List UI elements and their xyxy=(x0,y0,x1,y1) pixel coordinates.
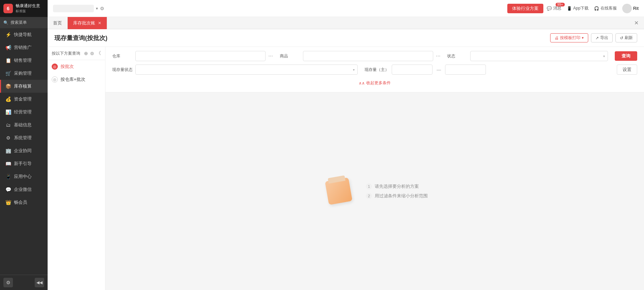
sidebar-item-system[interactable]: ⚙ 系统管理 xyxy=(0,131,48,144)
tab-panel-close-button[interactable]: ✕ xyxy=(629,20,644,26)
topbar-search-input[interactable] xyxy=(53,5,94,12)
sidebar-item-inventory[interactable]: 📦 库存核算 xyxy=(0,80,48,93)
settings-button[interactable]: 设置 xyxy=(617,65,637,75)
filter-add-icon[interactable]: ⊕ xyxy=(84,51,88,56)
sidebar-item-operations[interactable]: 📊 经营管理 xyxy=(0,106,48,119)
user-menu[interactable]: Rit xyxy=(622,4,639,13)
search-row-2: 现存量状态 ▾ 现存量（主） — xyxy=(112,65,637,75)
sidebar-item-basics[interactable]: 🗂 基础信息 xyxy=(0,119,48,131)
wechat-icon: 💬 xyxy=(5,186,11,193)
sidebar-item-member[interactable]: 👑 畅会员 xyxy=(0,196,48,209)
app-info: 畅康通好生意 标准版 xyxy=(16,3,40,14)
filter-settings-icon[interactable]: ⊚ xyxy=(90,51,94,56)
warehouse-input[interactable] xyxy=(135,51,266,61)
app-title: 畅康通好生意 xyxy=(16,3,40,9)
newbie-icon: 📖 xyxy=(5,161,11,167)
system-icon: ⚙ xyxy=(5,135,11,141)
tab-home[interactable]: 首页 xyxy=(48,17,68,29)
filter-item-by-warehouse-batch[interactable]: ◎ 按仓库+批次 xyxy=(48,73,105,86)
warehouse-label: 仓库 xyxy=(112,53,133,59)
messages-badge: 99+ xyxy=(556,3,565,6)
app-download-icon: 📱 xyxy=(567,6,572,11)
sidebar-item-newbie[interactable]: 📖 新手引导 xyxy=(0,157,48,170)
tab-home-label: 首页 xyxy=(53,20,62,26)
page-content: 现存量查询(按批次) 🖨 按模板打印 ▾ ↗ 导出 ↺ 刷新 xyxy=(48,29,644,290)
sidebar-footer: ⚙ ◀◀ xyxy=(0,275,48,290)
print-dropdown-icon[interactable]: ▾ xyxy=(582,36,584,40)
user-avatar xyxy=(622,4,632,13)
sidebar-header: 6 畅康通好生意 标准版 xyxy=(0,0,48,17)
app-download-button[interactable]: 📱 App下载 xyxy=(567,5,589,11)
inventory-status-select[interactable]: ▾ xyxy=(135,65,358,75)
settings-gear-button[interactable]: ⚙ xyxy=(3,278,13,287)
topbar-breadcrumb: ▾ ⚙ xyxy=(53,5,504,12)
sidebar-item-label: 应用中心 xyxy=(14,174,32,180)
topbar-dropdown-arrow[interactable]: ▾ xyxy=(96,6,98,11)
sidebar-item-label: 营销推广 xyxy=(14,44,32,51)
status-select[interactable]: ▾ xyxy=(470,51,608,61)
chevron-up-icon: ∧∧ xyxy=(359,81,365,86)
search-panel: 仓库 ··· 商品 ··· 状态 xyxy=(105,47,644,290)
sidebar-item-shortcuts[interactable]: ⚡ 快捷导航 xyxy=(0,28,48,41)
sidebar-item-label: 企业协同 xyxy=(14,148,32,154)
warehouse-field: 仓库 ··· xyxy=(112,51,273,61)
range-dash: — xyxy=(437,67,441,72)
empty-box-icon xyxy=(325,177,352,205)
sidebar-search-label: 搜索菜单 xyxy=(11,20,27,25)
inventory-status-label: 现存量状态 xyxy=(112,67,133,73)
page-title: 现存量查询(按批次) xyxy=(54,34,107,42)
sidebar-item-label: 采购管理 xyxy=(14,70,32,76)
sidebar-item-label: 新手引导 xyxy=(14,161,32,167)
sidebar-item-finance[interactable]: 💰 资金管理 xyxy=(0,93,48,106)
purchase-icon: 🛒 xyxy=(5,70,11,76)
collapse-label: 收起更多条件 xyxy=(366,80,391,86)
query-button[interactable]: 查询 xyxy=(615,51,637,61)
sidebar-item-sales[interactable]: 📋 销售管理 xyxy=(0,54,48,67)
content-body: 按以下方案查询 ⊕ ⊚ 《 ◎ 按批次 ◎ 按仓库+批次 xyxy=(48,47,644,290)
empty-hint-1-text: 请先选择要分析的方案 xyxy=(375,183,419,189)
sidebar-item-label: 畅会员 xyxy=(14,199,27,205)
refresh-button[interactable]: ↺ 刷新 xyxy=(615,33,637,42)
refresh-icon: ↺ xyxy=(620,36,623,40)
sidebar-item-enterprise[interactable]: 🏢 企业协同 xyxy=(0,144,48,157)
print-button[interactable]: 🖨 按模板打印 ▾ xyxy=(550,33,588,42)
collapse-sidebar-button[interactable]: ◀◀ xyxy=(35,278,44,287)
sidebar-item-label: 快捷导航 xyxy=(14,32,32,38)
filter-item-by-batch[interactable]: ◎ 按批次 xyxy=(48,60,105,73)
messages-button[interactable]: 💬 消息 99+ xyxy=(547,5,561,11)
status-select-arrow: ▾ xyxy=(603,54,605,58)
tab-batch-account[interactable]: 库存批次账 ✕ xyxy=(68,17,107,29)
app-logo: 6 xyxy=(3,4,13,13)
shortcuts-icon: ⚡ xyxy=(5,32,11,38)
filter-title: 按以下方案查询 xyxy=(52,51,80,56)
sidebar-nav: ⚡ 快捷导航 📢 营销推广 📋 销售管理 🛒 采购管理 📦 库存核算 💰 资金管… xyxy=(0,28,48,275)
online-service-button[interactable]: 🎧 在线客服 xyxy=(594,5,617,11)
sidebar-search[interactable]: 🔍 搜索菜单 xyxy=(0,17,48,28)
goods-picker-icon[interactable]: ··· xyxy=(436,53,440,59)
filter-collapse-icon[interactable]: 《 xyxy=(96,50,101,56)
inventory-qty-from[interactable] xyxy=(392,65,433,75)
app-subtitle: 标准版 xyxy=(16,9,40,14)
sidebar-item-apps[interactable]: 📱 应用中心 xyxy=(0,170,48,183)
topbar-gear-icon[interactable]: ⚙ xyxy=(100,6,104,11)
search-row-1: 仓库 ··· 商品 ··· 状态 xyxy=(112,51,637,61)
user-name: Rit xyxy=(633,6,639,11)
sidebar-item-marketing[interactable]: 📢 营销推广 xyxy=(0,41,48,54)
sidebar-item-wechat[interactable]: 💬 企业微信 xyxy=(0,183,48,196)
sales-icon: 📋 xyxy=(5,57,11,64)
sidebar: 6 畅康通好生意 标准版 🔍 搜索菜单 ⚡ 快捷导航 📢 营销推广 📋 销售管理… xyxy=(0,0,48,290)
export-icon: ↗ xyxy=(595,36,599,40)
goods-input[interactable] xyxy=(303,51,433,61)
warehouse-picker-icon[interactable]: ··· xyxy=(268,53,273,59)
member-icon: 👑 xyxy=(5,199,11,205)
inventory-qty-to[interactable] xyxy=(445,65,486,75)
headset-icon: 🎧 xyxy=(594,6,599,11)
trial-button[interactable]: 体验行业方案 xyxy=(507,4,543,13)
tab-close-icon[interactable]: ✕ xyxy=(98,21,101,25)
topbar: ▾ ⚙ 体验行业方案 💬 消息 99+ 📱 App下载 🎧 在线客服 Rit xyxy=(48,0,644,17)
export-button[interactable]: ↗ 导出 xyxy=(591,33,613,42)
page-actions: 🖨 按模板打印 ▾ ↗ 导出 ↺ 刷新 xyxy=(550,33,637,42)
sidebar-item-purchase[interactable]: 🛒 采购管理 xyxy=(0,67,48,80)
inventory-icon: 📦 xyxy=(5,83,11,89)
collapse-conditions-button[interactable]: ∧∧ 收起更多条件 xyxy=(112,78,637,88)
